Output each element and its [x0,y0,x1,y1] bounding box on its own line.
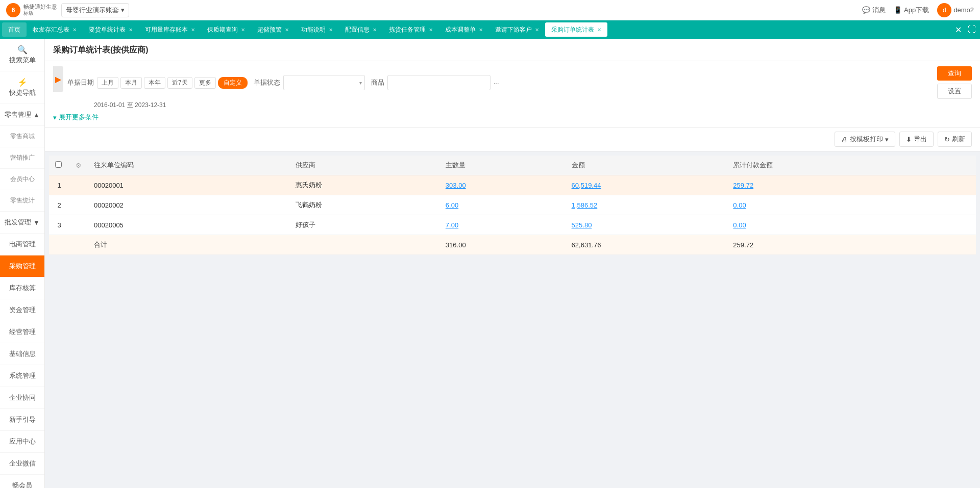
sidebar-item-retail-mgmt[interactable]: 零售管理 ▲ [0,104,44,126]
tab-yaohuo[interactable]: 要货单统计表 ✕ [83,22,139,37]
logo-text: 畅捷通好生意 标版 [23,4,57,16]
goods-label: 商品 [371,78,384,87]
row-supplier: 飞鹤奶粉 [289,195,439,215]
close-icon[interactable]: ✕ [535,27,539,33]
content-area: 采购订单统计表(按供应商) ▶ 单据日期 上月 本月 [45,39,980,488]
sidebar-item-system[interactable]: 系统管理 [0,365,44,387]
filter-area: ▶ 单据日期 上月 本月 本年 近7天 更多 [45,61,980,127]
tab-jianhuo[interactable]: 拣货任务管理 ✕ [383,22,439,37]
date-btn-7days[interactable]: 近7天 [167,77,192,89]
tab-yaoqing[interactable]: 邀请下游客户 ✕ [489,22,545,37]
tab-home[interactable]: 首页 [2,22,27,37]
app-download-button[interactable]: 📱 App下载 [894,6,929,15]
row-no: 1 [49,175,69,195]
col-supplier-header: 供应商 [289,156,439,175]
sidebar-item-ecommerce[interactable]: 电商管理 [0,234,44,255]
sidebar-item-member[interactable]: 会员中心 [0,169,44,190]
table-area: ⚙ 往来单位编码 供应商 主数量 金额 累计付款金额 1 [45,151,980,488]
sidebar: 🔍 搜索菜单 ⚡ 快捷导航 零售管理 ▲ 零售商城 营销推广 会员中心 零售统计… [0,39,45,488]
sidebar-item-guide[interactable]: 新手引导 [0,409,44,431]
close-icon[interactable]: ✕ [191,27,195,33]
sidebar-item-enterprise[interactable]: 企业协同 [0,387,44,409]
status-filter-group: 单据状态 ▾ [254,75,365,90]
close-icon[interactable]: ✕ [429,27,433,33]
status-select-wrapper: ▾ [283,75,365,90]
select-all-checkbox[interactable] [55,161,62,168]
query-button[interactable]: 查询 [937,66,972,81]
row-paid: 0.00 [727,215,928,235]
date-btn-this-year[interactable]: 本年 [144,77,165,89]
close-icon[interactable]: ✕ [72,27,77,33]
table-row: 3 00020005 好孩子 7.00 525.80 0.00 [49,215,976,235]
row-no: 2 [49,195,69,215]
tab-peizhi[interactable]: 配置信息 ✕ [339,22,383,37]
close-icon[interactable]: ✕ [597,27,601,33]
date-filter-group: 单据日期 上月 本月 本年 近7天 更多 自定义 [67,77,248,89]
date-btn-custom[interactable]: 自定义 [218,77,248,89]
date-shortcuts: 上月 本月 本年 近7天 更多 自定义 [97,77,248,89]
refresh-button[interactable]: ↻ 刷新 [938,132,972,147]
sidebar-item-operation[interactable]: 经营管理 [0,321,44,343]
close-icon[interactable]: ✕ [329,27,333,33]
tab-keyongliang[interactable]: 可用量库存账本 ✕ [139,22,201,37]
row-paid: 259.72 [727,175,928,195]
top-bar: 6 畅捷通好生意 标版 母婴行业演示账套 ▾ 💬 消息 📱 App下载 d de… [0,0,980,20]
settings-button[interactable]: 设置 [937,84,972,99]
sidebar-item-retail-stats[interactable]: 零售统计 [0,190,44,212]
date-range-display: 2016-01-01 至 2023-12-31 [94,101,972,110]
date-btn-more[interactable]: 更多 [194,77,216,89]
date-label: 单据日期 [67,78,94,87]
row-supplier: 惠氏奶粉 [289,175,439,195]
export-button[interactable]: ⬇ 导出 [899,132,934,147]
sidebar-item-wholesale[interactable]: 批发管理 ▼ [0,212,44,234]
tab-chaochu[interactable]: 超储预警 ✕ [251,22,295,37]
tab-shoufacun[interactable]: 收发存汇总表 ✕ [27,22,83,37]
template-print-button[interactable]: 🖨 按模板打印 ▾ [835,132,895,147]
goods-input[interactable] [387,75,491,90]
message-button[interactable]: 💬 消息 [862,6,886,15]
sidebar-item-purchase[interactable]: 采购管理 [0,255,44,277]
expand-filter-button[interactable]: ▶ [53,66,63,92]
date-btn-this-month[interactable]: 本月 [120,77,142,89]
export-icon: ⬇ [906,136,912,143]
nav-right-buttons: ✕ ⛶ [953,24,978,36]
sidebar-item-search[interactable]: 🔍 搜索菜单 [0,39,44,71]
gear-icon[interactable]: ⚙ [76,162,82,169]
refresh-icon: ↻ [944,136,950,143]
sidebar-item-basic-info[interactable]: 基础信息 [0,343,44,365]
sidebar-item-app-center[interactable]: 应用中心 [0,431,44,453]
row-amount: 60,519.44 [566,175,727,195]
close-icon[interactable]: ✕ [479,27,483,33]
table-row: 2 00020002 飞鹤奶粉 6.00 1,586.52 0.00 [49,195,976,215]
close-window-button[interactable]: ✕ [953,24,964,36]
close-icon[interactable]: ✕ [129,27,133,33]
sidebar-item-quick-nav[interactable]: ⚡ 快捷导航 [0,71,44,104]
sidebar-item-wechat[interactable]: 企业微信 [0,453,44,475]
close-icon[interactable]: ✕ [285,27,289,33]
tab-baozhi[interactable]: 保质期查询 ✕ [201,22,251,37]
sidebar-item-inventory[interactable]: 库存核算 [0,277,44,299]
workspace-selector[interactable]: 母婴行业演示账套 ▾ [61,3,129,17]
col-checkbox [49,156,69,175]
logo-area[interactable]: 6 畅捷通好生意 标版 [6,3,57,17]
sidebar-item-retail-mall[interactable]: 零售商城 [0,126,44,147]
sidebar-item-finance[interactable]: 资金管理 [0,299,44,321]
tab-gongneng[interactable]: 功能说明 ✕ [295,22,339,37]
row-amount: 525.80 [566,215,727,235]
col-code-header: 往来单位编码 [88,156,289,175]
expand-more-button[interactable]: ▾ 展开更多条件 [53,113,972,122]
close-icon[interactable]: ✕ [241,27,245,33]
tab-chengben[interactable]: 成本调整单 ✕ [439,22,489,37]
goods-more-icon[interactable]: ··· [494,79,499,87]
close-icon[interactable]: ✕ [373,27,377,33]
print-icon: 🖨 [841,136,848,143]
row-check [69,175,88,195]
date-btn-last-month[interactable]: 上月 [97,77,118,89]
sidebar-item-marketing[interactable]: 营销推广 [0,147,44,169]
tab-caigou-active[interactable]: 采购订单统计表 ✕ [545,22,607,37]
table-footer-row: 合计 316.00 62,631.76 259.72 [49,235,976,255]
status-select[interactable] [283,75,365,90]
sidebar-item-member-pro[interactable]: 畅会员 [0,475,44,488]
user-area[interactable]: d demo2 [937,3,974,17]
maximize-button[interactable]: ⛶ [966,24,978,35]
